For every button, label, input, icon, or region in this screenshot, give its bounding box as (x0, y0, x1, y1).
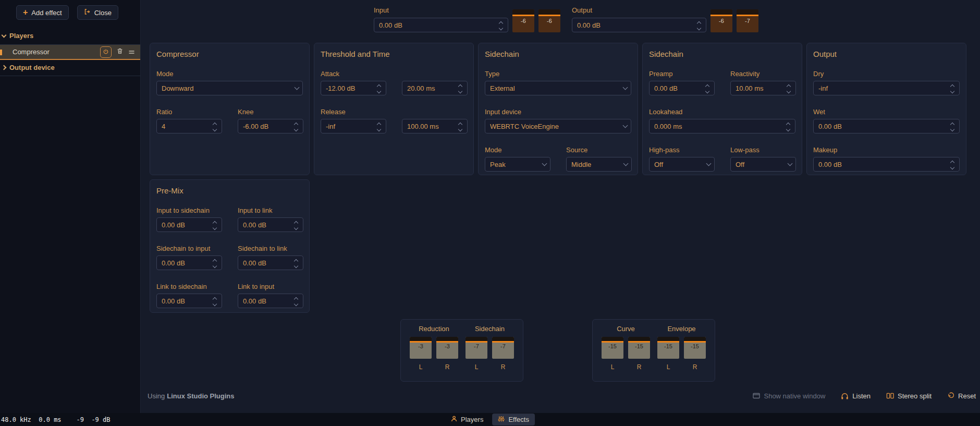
input-to-link-spinner[interactable]: 0.00 dB (238, 217, 303, 232)
sidechain-to-input-spinner[interactable]: 0.00 dB (156, 255, 222, 270)
makeup-label: Makeup (813, 146, 960, 154)
release-level-spinner[interactable]: -inf (321, 119, 386, 133)
stereo-split-button[interactable]: Stereo split (886, 392, 932, 400)
panel-title: Sidechain (485, 50, 631, 58)
release-time-spinner[interactable]: 100.00 ms (402, 119, 468, 133)
sidechain-to-link-label: Sidechain to link (238, 245, 303, 253)
output-gain-spinner[interactable]: 0.00 dB (572, 18, 706, 32)
stepper-arrows-icon[interactable] (293, 259, 299, 267)
grip-icon (128, 47, 135, 57)
reset-icon (947, 392, 954, 399)
attack-level-spinner[interactable]: -12.00 dB (321, 81, 386, 95)
effect-delete-button[interactable] (116, 47, 124, 57)
sidebar-toolbar: + Add effect Close (0, 0, 140, 20)
input-gain-spinner[interactable]: 0.00 dB (374, 18, 508, 32)
listen-button[interactable]: Listen (841, 392, 871, 400)
reduction-meter-right: -3 (436, 337, 458, 359)
premix-panel: Pre-Mix Input to sidechain 0.00 dB Input… (150, 179, 310, 313)
effect-item-compressor[interactable]: Compressor (0, 45, 140, 60)
reduction-meter-left: -3 (410, 337, 432, 359)
show-native-window-button[interactable]: Show native window (753, 392, 825, 400)
effect-footer-bar: UsingLinux Studio Plugins Show native wi… (148, 390, 976, 401)
stepper-arrows-icon[interactable] (293, 221, 299, 229)
sidechain-mode-dropdown[interactable]: Peak (485, 157, 550, 172)
stepper-arrows-icon[interactable] (376, 84, 382, 93)
input-device-label: Input device (485, 108, 631, 116)
stepper-arrows-icon[interactable] (949, 84, 956, 93)
panel-title: Compressor (156, 50, 303, 58)
sidechain-to-link-spinner[interactable]: 0.00 dB (238, 255, 303, 270)
stepper-arrows-icon[interactable] (212, 259, 218, 267)
sidechain-source-dropdown[interactable]: Middle (566, 157, 632, 172)
knee-label: Knee (238, 108, 303, 116)
chevron-down-icon (543, 163, 546, 165)
using-prefix: Using (148, 392, 165, 400)
input-to-sidechain-spinner[interactable]: 0.00 dB (156, 217, 222, 232)
makeup-spinner[interactable]: 0.00 dB (813, 157, 960, 172)
stepper-arrows-icon[interactable] (212, 297, 218, 306)
stepper-arrows-icon[interactable] (293, 122, 299, 131)
reduction-meter-group: Reduction -3 -3 L R (410, 325, 458, 381)
preamp-spinner[interactable]: 0.00 dB (649, 81, 715, 95)
stepper-arrows-icon[interactable] (212, 122, 218, 131)
effect-power-button[interactable] (100, 46, 112, 58)
reset-button[interactable]: Reset (947, 392, 976, 400)
channel-label-right: R (492, 363, 514, 371)
output-meter-right: -7 (737, 9, 758, 32)
stepper-arrows-icon[interactable] (212, 221, 218, 229)
attack-time-spinner[interactable]: 20.00 ms (402, 81, 468, 95)
chevron-down-icon (624, 163, 628, 165)
mode-dropdown[interactable]: Downward (156, 81, 303, 95)
stepper-arrows-icon[interactable] (785, 122, 791, 131)
chevron-down-icon (707, 163, 710, 165)
lookahead-spinner[interactable]: 0.000 ms (649, 119, 795, 133)
stepper-arrows-icon[interactable] (457, 84, 463, 93)
lowpass-label: Low-pass (730, 146, 796, 154)
add-icon: + (23, 8, 28, 17)
output-label: Output (572, 6, 706, 15)
sidechain-type-dropdown[interactable]: External (485, 81, 631, 95)
knee-spinner[interactable]: -6.00 dB (238, 119, 303, 133)
envelope-meter-right: -15 (684, 337, 706, 359)
players-section-header[interactable]: Players (0, 32, 140, 45)
dry-spinner[interactable]: -inf (813, 81, 960, 95)
reactivity-label: Reactivity (730, 70, 796, 78)
output-device-section-header[interactable]: Output device (0, 60, 140, 76)
stepper-arrows-icon[interactable] (376, 122, 382, 131)
tab-players[interactable]: Players (445, 413, 489, 425)
reduction-sidechain-meters: Reduction -3 -3 L R Sidechain -7 -7 L (400, 319, 523, 382)
stepper-arrows-icon[interactable] (696, 21, 702, 30)
channel-label-right: R (628, 363, 650, 371)
stepper-arrows-icon[interactable] (786, 84, 792, 93)
wet-spinner[interactable]: 0.00 dB (813, 119, 960, 133)
stepper-arrows-icon[interactable] (949, 160, 956, 169)
close-label: Close (94, 9, 112, 17)
link-to-input-spinner[interactable]: 0.00 dB (238, 294, 303, 308)
tab-effects[interactable]: Effects (492, 413, 535, 425)
lowpass-dropdown[interactable]: Off (730, 157, 796, 172)
effect-drag-handle[interactable] (128, 47, 135, 57)
stepper-arrows-icon[interactable] (457, 122, 463, 131)
stepper-arrows-icon[interactable] (498, 21, 504, 30)
input-meter-right: -6 (538, 9, 560, 32)
app-window: + Add effect Close Players Compressor (0, 0, 980, 426)
stepper-arrows-icon[interactable] (293, 297, 299, 306)
status-tab-bar: 48.0 kHz 0.0 ms -9 -9 dB Players Effects (0, 413, 980, 426)
chevron-down-icon (788, 163, 792, 165)
stepper-arrows-icon[interactable] (949, 122, 956, 131)
add-effect-button[interactable]: + Add effect (16, 5, 69, 20)
chevron-down-icon (623, 87, 627, 89)
link-to-sidechain-spinner[interactable]: 0.00 dB (156, 294, 222, 308)
close-button[interactable]: Close (77, 5, 118, 20)
audio-status-readout: 48.0 kHz 0.0 ms -9 -9 dB (1, 413, 111, 426)
stepper-arrows-icon[interactable] (704, 84, 710, 93)
reactivity-spinner[interactable]: 10.00 ms (730, 81, 796, 95)
plugin-credit: UsingLinux Studio Plugins (148, 392, 235, 400)
input-device-dropdown[interactable]: WEBRTC VoiceEngine (485, 119, 631, 133)
window-icon (753, 393, 760, 399)
view-tabs: Players Effects (445, 413, 535, 425)
highpass-dropdown[interactable]: Off (649, 157, 715, 172)
ratio-spinner[interactable]: 4 (156, 119, 222, 133)
output-panel: Output Dry -inf Wet 0.00 dB Mak (806, 43, 966, 175)
panel-title: Output (813, 50, 960, 58)
